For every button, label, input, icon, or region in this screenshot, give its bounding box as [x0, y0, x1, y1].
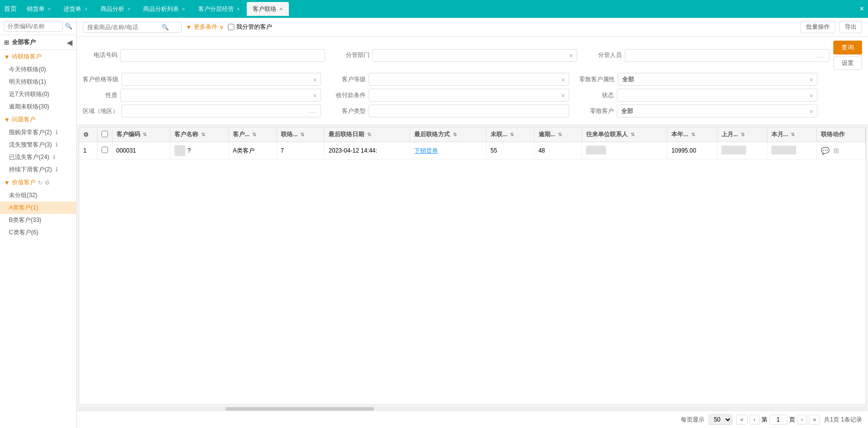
nav-tab-sales[interactable]: 销货单 ×	[21, 2, 56, 16]
next-page-btn[interactable]: ›	[797, 415, 807, 425]
close-analysis-list-tab[interactable]: ×	[182, 6, 185, 12]
col-last-method[interactable]: 最后联络方式 ⇅	[410, 127, 487, 142]
col-customer-level[interactable]: 客户... ⇅	[228, 127, 276, 142]
nav-tab-analysis[interactable]: 商品分析 ×	[95, 2, 136, 16]
payment-select[interactable]: ∨	[369, 89, 569, 102]
last-page-btn[interactable]: »	[809, 415, 820, 425]
sidebar-item-b-class[interactable]: B类客户(33)	[0, 214, 76, 226]
sidebar-item-7days[interactable]: 近7天待联络(0)	[0, 88, 76, 101]
qr-icon[interactable]: ⊞	[833, 147, 839, 155]
last-method-link[interactable]: 下销货单	[414, 147, 438, 154]
filter-search-box[interactable]: 🔍	[83, 22, 182, 33]
nav-tab-purchase[interactable]: 进货单 ×	[57, 2, 93, 16]
filter-cell-payment: 收付款条件 ∨	[331, 89, 569, 102]
sidebar-item-today[interactable]: 今天待联络(0)	[0, 63, 76, 76]
page-size-select[interactable]: 50	[708, 414, 732, 425]
horizontal-scroll-hint	[77, 407, 868, 411]
chevron-down-retail: ∨	[810, 77, 813, 82]
col-overdue[interactable]: 逾期... ⇅	[534, 127, 582, 142]
filter-search-input[interactable]	[87, 24, 162, 31]
close-customer-contact-tab[interactable]: ×	[279, 6, 282, 12]
row-name: ?	[170, 142, 229, 160]
sidebar-item-tomorrow[interactable]: 明天待联络(1)	[0, 76, 76, 88]
my-customers-check[interactable]	[228, 24, 234, 30]
sidebar-item-declining[interactable]: 持续下滑客户(2) ℹ	[0, 163, 76, 176]
close-sales-tab[interactable]: ×	[48, 6, 51, 12]
col-code[interactable]: 客户编码 ⇅	[112, 127, 170, 142]
sidebar-item-churned[interactable]: 已流失客户(24) ℹ	[0, 151, 76, 163]
filter-cell-retail-attr: 零散客户属性 全部 ∨	[579, 73, 817, 86]
export-btn[interactable]: 导出	[839, 21, 862, 33]
sidebar-all-customers[interactable]: ⊞ 全部客户 ◀	[0, 35, 76, 50]
sidebar-item-c-class[interactable]: C类客户(6)	[0, 226, 76, 239]
col-uncontacted[interactable]: 未联... ⇅	[486, 127, 534, 142]
page-number-input[interactable]	[769, 415, 787, 425]
sidebar-section-problems[interactable]: ▼ 问题客户	[0, 113, 76, 126]
close-purchase-tab[interactable]: ×	[84, 6, 87, 12]
close-all-tabs[interactable]: ×	[860, 4, 864, 13]
sidebar-section-value[interactable]: ▼ 价值客户 ↻ ⚙	[0, 176, 76, 189]
col-contact-count[interactable]: 联络... ⇅	[276, 127, 325, 142]
col-this-month[interactable]: 本月... ⇅	[767, 127, 817, 142]
filter-cell-status: 状态 ∨	[579, 89, 817, 102]
person-label: 分管人员	[587, 51, 622, 59]
nature-select[interactable]: ∨	[120, 89, 321, 102]
retail-label: 零散客户	[579, 107, 614, 115]
retail-attr-select[interactable]: 全部 ∨	[618, 73, 817, 86]
sidebar-collapse-btn[interactable]: ◀	[67, 39, 72, 47]
settings-btn[interactable]: 设置	[833, 56, 862, 70]
chat-icon[interactable]: 💬	[821, 147, 829, 155]
status-label: 状态	[579, 91, 614, 100]
nav-home[interactable]: 首页	[4, 4, 17, 13]
query-btn[interactable]: 查询	[833, 41, 862, 54]
sort-icon-lmonth: ⇅	[741, 132, 745, 137]
batch-operation-btn[interactable]: 批量操作	[801, 21, 835, 33]
nav-tab-customer-mgmt[interactable]: 客户分层经营 ×	[192, 2, 246, 16]
person-select[interactable]: ...	[625, 49, 829, 62]
col-company-contact[interactable]: 往来单位联系人 ⇅	[582, 127, 667, 142]
row-uncontacted: 55	[486, 142, 534, 160]
filter-row-2: 客户价格等级 ∨ 客户等级 ∨ 零散客户属性	[83, 73, 862, 86]
sidebar-section-pending[interactable]: ▼ 待联络客户	[0, 50, 76, 63]
sidebar-search-input[interactable]	[4, 21, 63, 32]
refresh-icon[interactable]: ↻	[38, 179, 43, 186]
chevron-down-level: ∨	[561, 77, 565, 82]
close-analysis-tab[interactable]: ×	[127, 6, 130, 12]
customer-level-select[interactable]: ∨	[369, 73, 569, 86]
row-checkbox[interactable]	[102, 147, 108, 153]
sidebar-item-abnormal[interactable]: 囤购异常客户(2) ℹ	[0, 126, 76, 139]
sidebar-item-overdue[interactable]: 逾期未联络(30)	[0, 101, 76, 113]
first-page-btn[interactable]: «	[736, 415, 748, 425]
prev-page-btn[interactable]: ‹	[750, 415, 760, 425]
phone-input[interactable]	[120, 49, 325, 62]
settings-small-icon[interactable]: ⚙	[45, 179, 50, 186]
col-name[interactable]: 客户名称 ⇅	[170, 127, 229, 142]
my-customers-checkbox[interactable]: 我分管的客户	[228, 23, 272, 31]
filter-search-icon[interactable]: 🔍	[162, 24, 169, 31]
col-settings[interactable]: ⚙	[79, 127, 97, 142]
dept-select[interactable]: ∨	[373, 49, 577, 62]
sidebar-item-a-class[interactable]: A类客户(1)	[0, 202, 76, 214]
filter-icon: ▼	[186, 24, 192, 31]
col-last-month[interactable]: 上月... ⇅	[717, 127, 767, 142]
data-table: ⚙ 客户编码 ⇅ 客户名称 ⇅ 客户...	[79, 127, 866, 160]
customer-type-input[interactable]	[369, 105, 569, 117]
col-this-year[interactable]: 本年... ⇅	[667, 127, 717, 142]
more-conditions-btn[interactable]: ▼ 更多条件 ∨	[186, 23, 224, 31]
price-level-select[interactable]: ∨	[121, 73, 321, 86]
col-last-date[interactable]: 最后联络日期 ⇅	[325, 127, 410, 142]
close-customer-mgmt-tab[interactable]: ×	[237, 6, 240, 12]
payment-label: 收付款条件	[331, 91, 366, 100]
status-select[interactable]: ∨	[617, 89, 817, 102]
row-actions: 💬 ⊞	[817, 142, 866, 160]
row-customer-level: A类客户	[228, 142, 276, 160]
info-icon-churn-warning: ℹ	[55, 141, 58, 148]
nav-tab-analysis-list[interactable]: 商品分析列表 ×	[137, 2, 191, 16]
retail-select[interactable]: 全部 ∨	[617, 105, 817, 117]
sidebar-item-ungrouped[interactable]: 未分组(32)	[0, 189, 76, 202]
sidebar-item-churn-warning[interactable]: 流失预警客户(3) ℹ	[0, 139, 76, 151]
sidebar-search-icon[interactable]: 🔍	[65, 23, 72, 30]
nav-tab-customer-contact[interactable]: 客户联络 ×	[247, 2, 288, 16]
region-select[interactable]: ...	[121, 105, 321, 117]
select-all-checkbox[interactable]	[102, 131, 108, 137]
